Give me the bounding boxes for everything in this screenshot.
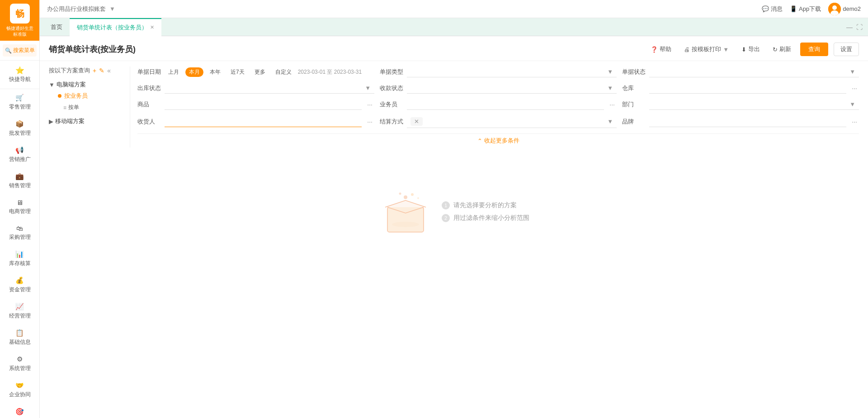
filter-outstock-item: 出库状态 ▼: [137, 83, 374, 94]
bill-type-select[interactable]: ▼: [407, 66, 617, 77]
date-this-month-btn[interactable]: 本月: [185, 67, 203, 77]
scheme-group-desktop-title[interactable]: ▼ 电脑端方案: [49, 79, 124, 90]
scheme-collapse-btn[interactable]: «: [107, 67, 111, 74]
sidebar-item-sales[interactable]: 💼 销售管理: [0, 168, 39, 194]
print-btn[interactable]: 🖨 按模板打印 ▼: [680, 43, 732, 55]
corp-icon: 🤝: [15, 381, 24, 390]
tab-close-btn[interactable]: ✕: [150, 24, 154, 30]
sidebar-item-ecommerce[interactable]: 🖥 电商管理: [0, 194, 39, 220]
brand-input[interactable]: [649, 116, 846, 127]
topbar-dropdown-icon[interactable]: ▼: [109, 5, 115, 12]
scheme-group-mobile-title[interactable]: ▶ 移动端方案: [49, 116, 124, 127]
svg-point-5: [411, 193, 414, 196]
date-last-month-btn[interactable]: 上月: [165, 67, 183, 77]
sidebar-search[interactable]: 🔍 搜索菜单: [0, 41, 39, 61]
window-maximize-btn[interactable]: ⛶: [856, 24, 863, 31]
goods-dots[interactable]: ···: [365, 101, 374, 108]
topbar: 办公用品行业模拟账套 ▼ 💬 消息 📱 App下载 demo2: [40, 0, 868, 18]
scheme-add-btn[interactable]: +: [93, 67, 96, 74]
collapse-more-btn[interactable]: ⌃ 收起更多条件: [137, 134, 859, 147]
sidebar: 畅 畅捷通好生意 标准版 🔍 搜索菜单 ⭐ 快捷导航 🛒 零售管理 📦 批发管理…: [0, 0, 40, 418]
scheme-item-salesperson[interactable]: 按业务员: [49, 90, 124, 102]
receiver-input[interactable]: [165, 116, 362, 127]
empty-num-2: 2: [442, 214, 450, 222]
sidebar-item-finance[interactable]: 💰 资金管理: [0, 272, 39, 298]
shortcut-nav-item[interactable]: ⭐ 快捷导航: [0, 62, 39, 87]
dept-select[interactable]: ▼: [649, 99, 859, 110]
sidebar-item-operation[interactable]: 📈 经营管理: [0, 298, 39, 324]
refresh-label: 刷新: [779, 45, 791, 53]
tab-bar: 首页 销货单统计表（按业务员） ✕ — ⛶: [40, 18, 868, 36]
scheme-panel: 按以下方案查询 + ✎ « ▼ 电脑端方案: [49, 66, 130, 147]
export-label: 导出: [748, 45, 760, 53]
settlement-select[interactable]: ✕ ▼: [407, 115, 617, 128]
bill-status-label: 单据状态: [622, 68, 646, 76]
dept-chevron: ▼: [849, 101, 855, 108]
refresh-icon: ↻: [773, 46, 778, 53]
tab-sales-stats[interactable]: 销货单统计表（按业务员） ✕: [70, 18, 161, 36]
retail-label: 零售管理: [9, 103, 31, 111]
sidebar-item-newbie[interactable]: 🎯 新手引导: [0, 403, 39, 418]
app-download-btn[interactable]: 📱 App下载: [790, 5, 821, 13]
window-minimize-btn[interactable]: —: [846, 24, 853, 31]
filter-receiver-item: 收货人 ···: [137, 116, 374, 127]
filter-settlement-item: 结算方式 ✕ ▼: [380, 115, 617, 128]
receiver-dots[interactable]: ···: [365, 118, 374, 125]
filter-goods-item: 商品 ···: [137, 99, 374, 110]
empty-hint-2-text: 用过滤条件来缩小分析范围: [453, 214, 529, 222]
tab-home[interactable]: 首页: [43, 18, 70, 36]
sidebar-item-purchase[interactable]: 🛍 采购管理: [0, 220, 39, 246]
purchase-icon: 🛍: [16, 224, 23, 232]
message-label: 消息: [771, 5, 783, 13]
scheme-sub-item-order[interactable]: ≡ 按单: [49, 102, 124, 113]
warehouse-input[interactable]: [649, 83, 846, 94]
refresh-btn[interactable]: ↻ 刷新: [769, 43, 795, 55]
sidebar-item-inventory[interactable]: 📊 库存核算: [0, 246, 39, 272]
newbie-icon: 🎯: [15, 408, 24, 416]
brand-label: 品牌: [622, 118, 646, 126]
query-btn[interactable]: 查询: [800, 43, 828, 56]
date-more-btn[interactable]: 更多: [251, 67, 269, 77]
export-btn[interactable]: ⬇ 导出: [738, 43, 764, 55]
user-avatar-btn[interactable]: demo2: [828, 3, 861, 15]
date-this-year-btn[interactable]: 本年: [206, 67, 224, 77]
outstock-select[interactable]: ▼: [165, 83, 374, 94]
svg-point-4: [404, 195, 407, 199]
help-btn[interactable]: ❓ 帮助: [647, 43, 675, 55]
purchase-label: 采购管理: [9, 233, 31, 241]
page-header: 销货单统计表(按业务员) ❓ 帮助 🖨 按模板打印 ▼ ⬇ 导出 ↻ 刷新: [40, 36, 868, 61]
scheme-group-arrow: ▼: [49, 81, 55, 88]
sidebar-item-retail[interactable]: 🛒 零售管理: [0, 89, 39, 115]
salesperson-dots[interactable]: ···: [608, 101, 617, 108]
sidebar-item-corp[interactable]: 🤝 企业协同: [0, 377, 39, 403]
empty-hint-1: 1 请先选择要分析的方案: [442, 201, 529, 209]
scheme-item-active-dot: [58, 94, 61, 98]
avatar: [828, 3, 841, 15]
date-custom-btn[interactable]: 自定义: [272, 67, 295, 77]
settings-btn[interactable]: 设置: [834, 43, 859, 56]
warehouse-dots[interactable]: ···: [850, 85, 859, 92]
brand-dots[interactable]: ···: [850, 118, 859, 125]
tab-sales-stats-label: 销货单统计表（按业务员）: [77, 24, 147, 32]
ecommerce-icon: 🖥: [16, 199, 23, 206]
shortcut-icon: ⭐: [15, 66, 24, 75]
settlement-tag-close[interactable]: ✕: [414, 118, 419, 125]
sidebar-item-system[interactable]: ⚙ 系统管理: [0, 351, 39, 377]
message-btn[interactable]: 💬 消息: [762, 5, 783, 13]
salesperson-input[interactable]: [407, 99, 604, 110]
sidebar-item-wholesale[interactable]: 📦 批发管理: [0, 115, 39, 142]
scheme-edit-btn[interactable]: ✎: [99, 67, 104, 74]
bill-status-select[interactable]: ▼: [649, 66, 859, 77]
sidebar-item-marketing[interactable]: 📢 营销推广: [0, 142, 39, 168]
sidebar-item-basic[interactable]: 📋 基础信息: [0, 324, 39, 351]
svg-point-1: [832, 5, 837, 10]
goods-input[interactable]: [165, 99, 362, 110]
logo-text: 畅捷通好生意 标准版: [6, 25, 33, 37]
search-menu-button[interactable]: 🔍 搜索菜单: [3, 44, 37, 57]
basic-label: 基础信息: [9, 338, 31, 346]
topbar-right: 💬 消息 📱 App下载 demo2: [762, 3, 861, 15]
date-last-7-btn[interactable]: 近7天: [227, 67, 248, 77]
finance-icon: 💰: [15, 276, 24, 285]
receipt-select[interactable]: ▼: [407, 83, 617, 94]
topbar-app-name: 办公用品行业模拟账套: [47, 5, 106, 13]
